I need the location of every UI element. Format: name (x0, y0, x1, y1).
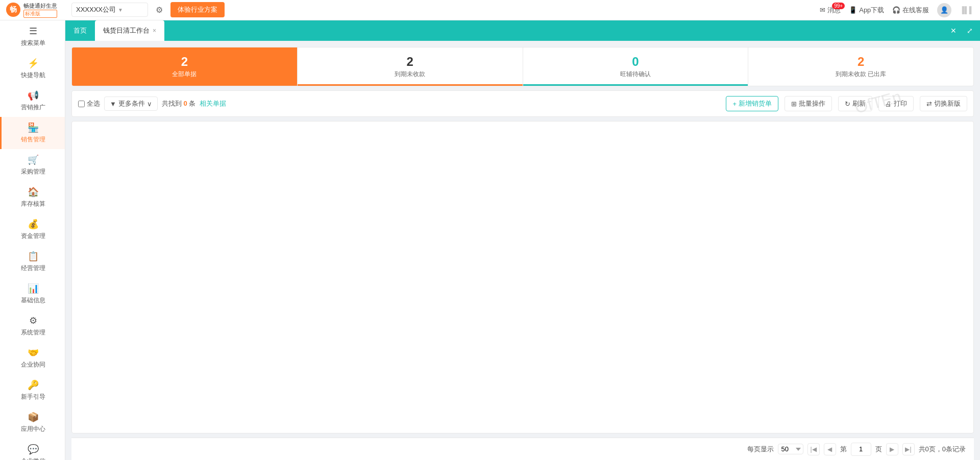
switch-icon: ⇄ (926, 100, 932, 108)
stat-label-pending: 旺辅待确认 (531, 70, 740, 79)
app-download-label: App下载 (859, 6, 884, 15)
sidebar-item-system[interactable]: ⚙ 系统管理 (0, 310, 65, 342)
stat-card-pending[interactable]: 0 旺辅待确认 (523, 47, 749, 86)
trial-button[interactable]: 体验行业方案 (170, 2, 225, 17)
sidebar-item-basic-info[interactable]: 📊 基础信息 (0, 278, 65, 310)
per-page-select[interactable]: 50 20 100 (778, 444, 803, 454)
tab-close-icon[interactable]: × (153, 27, 156, 34)
sidebar-item-finance[interactable]: 💰 资金管理 (0, 213, 65, 246)
sidebar-item-label: 资金管理 (21, 232, 45, 240)
sidebar-item-label: 系统管理 (21, 328, 45, 337)
print-button[interactable]: 🖨 打印 (878, 96, 914, 111)
sidebar: ☰ 搜索菜单 ⚡ 快捷导航 📢 营销推广 🏪 销售管理 🛒 采购管理 🏠 库存核… (0, 20, 65, 460)
online-service-btn[interactable]: 🎧 在线客服 (892, 6, 929, 15)
tab-close-window-btn[interactable]: ✕ (947, 25, 960, 37)
sidebar-item-wechat[interactable]: 💬 企业微信 (0, 439, 65, 460)
sidebar-item-label: 经营管理 (21, 264, 45, 273)
sidebar-item-label: 库存核算 (21, 200, 45, 208)
stat-card-overdue-shipped[interactable]: 2 到期未收款 已出库 (748, 47, 973, 86)
enterprise-icon: 🤝 (28, 347, 39, 358)
message-icon: ✉ (820, 6, 825, 14)
filter-label: 更多条件 (118, 99, 145, 108)
prev-page-btn[interactable]: ◀ (824, 443, 836, 455)
print-icon: 🖨 (885, 100, 892, 108)
sales-icon: 🏪 (28, 122, 39, 133)
batch-label: 批量操作 (799, 99, 825, 108)
company-selector[interactable]: XXXXXX公司 ▼ (71, 3, 148, 17)
quick-nav-icon: ⚡ (28, 58, 39, 69)
download-icon: 📱 (849, 6, 857, 14)
sidebar-item-search-menu[interactable]: ☰ 搜索菜单 (0, 20, 65, 53)
stat-number-pending: 0 (531, 55, 740, 69)
logo-text-block: 畅捷通好生意 标准版 (23, 2, 57, 17)
refresh-label: 刷新 (852, 99, 866, 108)
related-orders-link[interactable]: 相关单据 (200, 99, 226, 108)
sidebar-item-label: 销售管理 (21, 135, 45, 144)
top-bar-left: 畅 畅捷通好生意 标准版 XXXXXX公司 ▼ ⚙ 体验行业方案 (6, 2, 225, 17)
switch-version-button[interactable]: ⇄ 切换新版 (920, 96, 967, 111)
inventory-icon: 🏠 (28, 186, 39, 198)
batch-operation-button[interactable]: ⊞ 批量操作 (785, 96, 832, 111)
refresh-button[interactable]: ↻ 刷新 (838, 96, 872, 111)
page-suffix: 页 (875, 445, 882, 454)
table-area (71, 121, 974, 433)
app-download-btn[interactable]: 📱 App下载 (849, 6, 884, 15)
filter-icon: ▼ (110, 100, 116, 108)
toolbar-right: + 新增销货单 ⊞ 批量操作 ↻ 刷新 🖨 打印 (726, 96, 967, 111)
chevron-down-icon: ▼ (118, 7, 123, 13)
operations-icon: 📋 (28, 251, 39, 262)
sidebar-item-sales[interactable]: 🏪 销售管理 (0, 117, 65, 149)
stat-card-all[interactable]: 2 全部单据 (72, 47, 298, 86)
stat-number-overdue: 2 (306, 55, 514, 69)
sidebar-item-inventory[interactable]: 🏠 库存核算 (0, 181, 65, 213)
message-btn[interactable]: ✉ 消息 99+ (820, 6, 841, 15)
online-service-label: 在线客服 (902, 6, 929, 15)
sidebar-item-marketing[interactable]: 📢 营销推广 (0, 85, 65, 117)
sidebar-item-guide[interactable]: 🔑 新手引导 (0, 374, 65, 406)
first-page-btn[interactable]: |◀ (807, 443, 820, 455)
sidebar-item-purchase[interactable]: 🛒 采购管理 (0, 149, 65, 181)
user-name-area[interactable]: ▐▌▌ (960, 6, 974, 14)
page-input[interactable] (851, 443, 871, 456)
sidebar-item-quick-nav[interactable]: ⚡ 快捷导航 (0, 53, 65, 85)
add-icon: + (732, 100, 737, 108)
last-page-btn[interactable]: ▶| (902, 443, 915, 455)
found-count: 0 (184, 100, 187, 107)
sidebar-item-label: 采购管理 (21, 167, 45, 176)
sidebar-item-label: 快捷导航 (21, 71, 45, 80)
tab-expand-btn[interactable]: ⤢ (964, 25, 976, 37)
page-label: 第 (840, 445, 847, 454)
sidebar-item-label: 企业微信 (21, 457, 45, 460)
main-layout: ☰ 搜索菜单 ⚡ 快捷导航 📢 营销推广 🏪 销售管理 🛒 采购管理 🏠 库存核… (0, 20, 980, 460)
wechat-icon: 💬 (28, 444, 39, 455)
settings-icon[interactable]: ⚙ (152, 3, 166, 17)
stat-label-overdue-shipped: 到期未收款 已出库 (756, 70, 965, 79)
tab-home[interactable]: 首页 (65, 20, 95, 41)
content-area: 首页 钱货日清工作台 × ✕ ⤢ 2 全部单据 2 到期未收款 (65, 20, 980, 460)
sidebar-item-label: 基础信息 (21, 296, 45, 305)
marketing-icon: 📢 (28, 90, 39, 101)
app-tag: 标准版 (23, 10, 57, 18)
filter-chevron-icon: ∨ (147, 100, 152, 108)
company-name: XXXXXX公司 (76, 5, 116, 14)
filter-button[interactable]: ▼ 更多条件 ∨ (104, 96, 158, 111)
stats-row: 2 全部单据 2 到期未收款 0 旺辅待确认 2 到期未收款 已出库 (71, 47, 974, 86)
add-order-button[interactable]: + 新增销货单 (726, 96, 778, 111)
top-bar: 畅 畅捷通好生意 标准版 XXXXXX公司 ▼ ⚙ 体验行业方案 ✉ 消息 99… (0, 0, 980, 20)
purchase-icon: 🛒 (28, 154, 39, 165)
sidebar-item-label: 企业协同 (21, 360, 45, 369)
sidebar-item-operations[interactable]: 📋 经营管理 (0, 246, 65, 278)
batch-icon: ⊞ (791, 100, 797, 108)
next-page-btn[interactable]: ▶ (886, 443, 898, 455)
avatar[interactable]: 👤 (937, 3, 951, 17)
select-all-input[interactable] (78, 101, 85, 107)
basic-info-icon: 📊 (28, 283, 39, 294)
stat-card-overdue[interactable]: 2 到期未收款 (298, 47, 523, 86)
sidebar-item-apps[interactable]: 📦 应用中心 (0, 406, 65, 439)
sidebar-item-enterprise[interactable]: 🤝 企业协同 (0, 342, 65, 374)
tab-work-bench[interactable]: 钱货日清工作台 × (95, 20, 164, 41)
guide-icon: 🔑 (28, 379, 39, 391)
stat-number-all: 2 (80, 55, 289, 69)
select-all-checkbox[interactable]: 全选 (78, 99, 100, 108)
select-all-label: 全选 (87, 99, 100, 108)
